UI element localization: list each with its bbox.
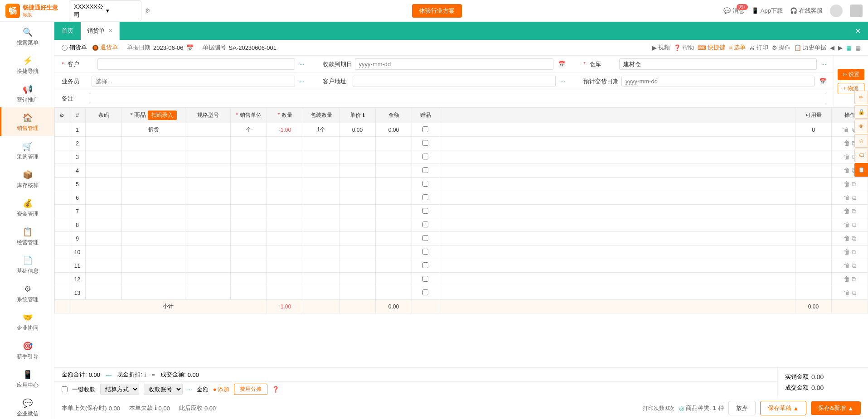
sidebar-item-base-info[interactable]: 📄 基础信息 <box>0 250 54 279</box>
radio-return-order[interactable]: 退货单 <box>92 43 118 52</box>
copy-icon[interactable]: ⧉ <box>852 289 856 296</box>
warehouse-dots-icon[interactable]: ··· <box>821 61 826 67</box>
account-dots-icon[interactable]: ··· <box>187 386 192 393</box>
save-new-button[interactable]: 保存&新增 ▲ <box>811 401 861 415</box>
rfb-edit[interactable]: ✏ <box>854 91 868 104</box>
row1-spec[interactable] <box>185 123 231 137</box>
copy-icon[interactable]: ⧉ <box>852 207 856 215</box>
warehouse-input[interactable] <box>619 58 817 70</box>
tab-sales-order[interactable]: 销货单 ✕ <box>81 22 120 40</box>
delete-icon[interactable]: 🗑 <box>844 275 850 283</box>
sidebar-item-quick-nav[interactable]: ⚡ 快捷导航 <box>0 50 54 79</box>
row1-price[interactable]: 0.00 <box>339 123 376 137</box>
sidebar-item-operation[interactable]: 📋 经营管理 <box>0 222 54 250</box>
nav-next-icon[interactable]: ▶ <box>838 44 843 51</box>
sidebar-item-inventory[interactable]: 📦 库存核算 <box>0 164 54 193</box>
salesman-dots-icon[interactable]: ··· <box>300 78 305 85</box>
question-icon[interactable]: ❓ <box>272 386 279 393</box>
profile-menu[interactable] <box>850 5 863 17</box>
history-btn[interactable]: 📋 历史单据 <box>794 43 826 52</box>
customer-addr-input[interactable] <box>353 76 556 87</box>
payment-calendar-icon[interactable]: 📅 <box>558 61 565 67</box>
delete-icon[interactable]: 🗑 <box>844 194 850 201</box>
gear-icon[interactable]: ⚙ <box>145 7 150 14</box>
delete-icon[interactable]: 🗑 <box>844 235 850 242</box>
rfb-star[interactable]: ☆ <box>854 134 868 148</box>
sidebar-item-search[interactable]: 🔍 搜索菜单 <box>0 22 54 50</box>
settings-button[interactable]: ⊙ 设置 <box>838 69 864 80</box>
copy-icon[interactable]: ⧉ <box>852 235 856 242</box>
copy-icon[interactable]: ⧉ <box>852 248 856 255</box>
video-btn[interactable]: ▶ 视频 <box>652 43 670 52</box>
delivery-calendar-icon[interactable]: 📅 <box>819 78 826 85</box>
row1-unit[interactable]: 个 <box>231 123 267 137</box>
trial-button[interactable]: 体验行业方案 <box>412 4 462 18</box>
calendar-icon[interactable]: 📅 <box>186 44 194 51</box>
account-select[interactable]: 收款账号 <box>144 384 183 395</box>
delete-icon[interactable]: 🗑 <box>844 248 850 255</box>
radio-sales-order[interactable]: 销货单 <box>62 43 87 52</box>
list-view-icon[interactable]: ▤ <box>855 44 861 51</box>
customer-dots-icon[interactable]: ··· <box>300 61 305 67</box>
copy-icon[interactable]: ⧉ <box>852 221 856 228</box>
sidebar-item-collab[interactable]: 🤝 企业协同 <box>0 307 54 336</box>
customer-input[interactable] <box>97 58 295 70</box>
help-circle-icon[interactable]: ℹ <box>144 371 146 378</box>
sidebar-item-appstore[interactable]: 📱 应用中心 <box>0 364 54 393</box>
sidebar-item-wechat[interactable]: 💬 企业微信 <box>0 393 54 419</box>
grid-view-icon[interactable]: ▦ <box>846 44 852 51</box>
delete-icon[interactable]: 🗑 <box>844 153 850 160</box>
sidebar-item-marketing[interactable]: 📢 营销推广 <box>0 79 54 107</box>
delete-icon[interactable]: 🗑 <box>844 140 850 147</box>
addr-dots-icon[interactable]: ··· <box>560 78 565 85</box>
choose-btn[interactable]: ≡ 选单 <box>729 43 746 52</box>
rfb-orange[interactable]: 📋 <box>854 163 868 177</box>
row1-gear[interactable] <box>55 123 69 137</box>
delete-icon[interactable]: 🗑 <box>844 221 850 228</box>
copy-icon[interactable]: ⧉ <box>852 194 856 201</box>
row1-barcode[interactable] <box>86 123 122 137</box>
th-gear[interactable]: ⚙ <box>55 108 69 123</box>
close-all-icon[interactable]: ✕ <box>851 25 864 37</box>
delete-icon[interactable]: 🗑 <box>844 289 850 296</box>
row1-gift[interactable] <box>412 123 439 137</box>
print-btn[interactable]: 🖨 打印 <box>749 43 768 52</box>
calc-method-select[interactable]: 结算方式 <box>100 384 139 395</box>
sidebar-item-sales[interactable]: 🏠 销售管理 <box>0 107 54 136</box>
operate-btn[interactable]: ⚙ 操作 <box>772 43 790 52</box>
row1-pkg-qty[interactable]: 1个 <box>303 123 339 137</box>
sidebar-item-guide[interactable]: 🎯 新手引导 <box>0 336 54 364</box>
delete-icon[interactable]: 🗑 <box>843 126 849 133</box>
help-btn[interactable]: ❓ 帮助 <box>674 43 694 52</box>
delivery-date-input[interactable] <box>621 76 815 87</box>
delete-icon[interactable]: 🗑 <box>844 262 850 269</box>
sidebar-item-system[interactable]: ⚙ 系统管理 <box>0 279 54 307</box>
salesman-input[interactable] <box>92 76 295 87</box>
copy-icon[interactable]: ⧉ <box>852 180 856 188</box>
one-click-pay-checkbox[interactable] <box>62 386 68 392</box>
tab-close-icon[interactable]: ✕ <box>108 28 113 34</box>
rfb-eye[interactable]: 👁 <box>854 120 868 133</box>
remark-input[interactable] <box>89 93 826 104</box>
shortcut-btn[interactable]: ⌨ 快捷键 <box>698 43 725 52</box>
row1-product[interactable]: 拆货 <box>122 123 185 137</box>
sidebar-item-finance[interactable]: 💰 资金管理 <box>0 193 54 222</box>
payment-due-input[interactable] <box>355 58 554 70</box>
nav-prev-icon[interactable]: ◀ <box>830 44 834 51</box>
delete-icon[interactable]: 🗑 <box>844 207 850 215</box>
avatar[interactable] <box>830 5 843 17</box>
delete-icon[interactable]: 🗑 <box>844 180 850 188</box>
save-draft-button[interactable]: 保存草稿 ▲ <box>760 401 807 415</box>
row1-amount[interactable]: 0.00 <box>376 123 412 137</box>
scan-button[interactable]: 扫码录入 <box>148 111 177 120</box>
tab-home[interactable]: 首页 <box>54 22 81 40</box>
copy-icon[interactable]: ⧉ <box>852 262 856 269</box>
add-button[interactable]: ● 添加 <box>213 385 229 394</box>
expense-split-button[interactable]: 费用分摊 <box>234 384 267 395</box>
discard-button[interactable]: 放弃 <box>728 401 756 415</box>
row1-qty[interactable]: -1.00 <box>267 123 303 137</box>
online-service-button[interactable]: 🎧 在线客服 <box>790 7 823 15</box>
app-download-button[interactable]: 📱 App下载 <box>752 7 783 15</box>
rfb-tag[interactable]: 🏷 <box>854 149 868 162</box>
rfb-lock[interactable]: 🔒 <box>854 105 868 119</box>
